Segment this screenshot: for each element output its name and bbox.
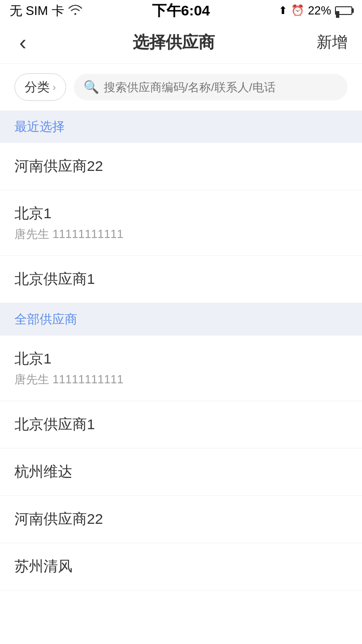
page-title: 选择供应商 bbox=[133, 31, 215, 54]
item-name: 河南供应商22 bbox=[14, 509, 348, 529]
navigation-bar: ‹ 选择供应商 新增 bbox=[0, 21, 362, 64]
back-button[interactable]: ‹ bbox=[14, 26, 31, 59]
search-box[interactable]: 🔍 bbox=[74, 74, 348, 100]
item-name: 苏州清风 bbox=[14, 557, 348, 576]
battery-icon bbox=[335, 6, 352, 15]
recent-section-header: 最近选择 bbox=[0, 111, 362, 143]
list-item[interactable]: 北京1唐先生 11111111111 bbox=[0, 336, 362, 401]
list-item[interactable]: 北京供应商1 bbox=[0, 401, 362, 448]
all-section-label: 全部供应商 bbox=[14, 312, 77, 326]
item-sub: 唐先生 11111111111 bbox=[14, 372, 348, 387]
all-list: 北京1唐先生 11111111111北京供应商1杭州维达河南供应商22苏州清风 bbox=[0, 336, 362, 590]
item-name: 北京供应商1 bbox=[14, 269, 348, 289]
list-item[interactable]: 河南供应商22 bbox=[0, 496, 362, 543]
wifi-icon bbox=[68, 3, 83, 18]
list-item[interactable]: 北京供应商1 bbox=[0, 256, 362, 303]
item-sub: 唐先生 11111111111 bbox=[14, 226, 348, 242]
status-time: 下午6:04 bbox=[152, 1, 210, 21]
all-section-header: 全部供应商 bbox=[0, 303, 362, 336]
category-label: 分类 bbox=[25, 79, 50, 96]
category-filter[interactable]: 分类 › bbox=[14, 73, 66, 101]
alarm-icon: ⏰ bbox=[291, 4, 304, 17]
item-name: 杭州维达 bbox=[14, 462, 348, 482]
search-icon: 🔍 bbox=[84, 80, 99, 95]
status-right: ⬆ ⏰ 22% bbox=[278, 4, 352, 17]
location-icon: ⬆ bbox=[278, 4, 287, 17]
list-item[interactable]: 苏州清风 bbox=[0, 543, 362, 590]
recent-list: 河南供应商22北京1唐先生 11111111111北京供应商1 bbox=[0, 143, 362, 303]
item-name: 北京1 bbox=[14, 349, 348, 369]
filter-bar: 分类 › 🔍 bbox=[0, 64, 362, 111]
status-bar: 无 SIM 卡 下午6:04 ⬆ ⏰ 22% bbox=[0, 0, 362, 21]
item-name: 河南供应商22 bbox=[14, 156, 348, 176]
chevron-right-icon: › bbox=[53, 82, 56, 93]
item-name: 北京供应商1 bbox=[14, 415, 348, 434]
list-item[interactable]: 杭州维达 bbox=[0, 448, 362, 496]
list-item[interactable]: 河南供应商22 bbox=[0, 143, 362, 190]
add-button[interactable]: 新增 bbox=[317, 32, 348, 53]
item-name: 北京1 bbox=[14, 204, 348, 224]
battery-label: 22% bbox=[308, 4, 331, 17]
search-input[interactable] bbox=[104, 81, 338, 94]
recent-section-label: 最近选择 bbox=[14, 119, 65, 134]
carrier-label: 无 SIM 卡 bbox=[10, 2, 64, 19]
status-left: 无 SIM 卡 bbox=[10, 2, 83, 19]
list-item[interactable]: 北京1唐先生 11111111111 bbox=[0, 190, 362, 256]
